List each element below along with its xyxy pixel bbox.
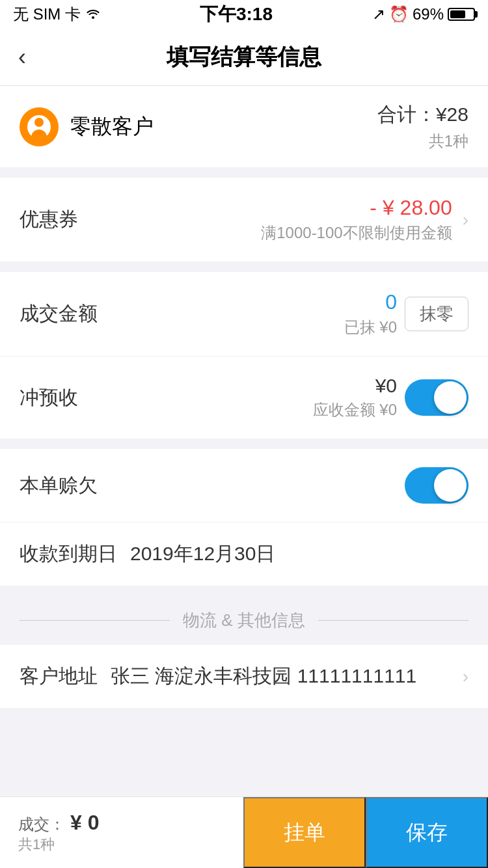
avatar-icon — [27, 115, 51, 139]
transaction-sub: 已抹 ¥0 — [344, 317, 397, 338]
coupon-value-block: - ¥ 28.00 满1000-100不限制使用金额 — [261, 196, 452, 243]
address-label: 客户地址 — [20, 663, 98, 690]
prepay-label: 冲预收 — [20, 385, 78, 411]
customer-name: 零散客户 — [70, 113, 154, 141]
bottom-bar: 成交： ¥ 0 共1种 挂单 保存 — [0, 796, 488, 868]
address-row[interactable]: 客户地址 张三 海淀永丰科技园 11111111111 › — [0, 645, 488, 708]
avatar — [20, 107, 59, 146]
battery-percent: 69% — [413, 5, 444, 23]
bottom-summary-label: 成交： — [18, 814, 65, 835]
bottom-summary-amount: ¥ 0 — [70, 811, 99, 835]
coupon-section[interactable]: 优惠券 - ¥ 28.00 满1000-100不限制使用金额 › — [0, 178, 488, 262]
page-title: 填写结算等信息 — [167, 42, 321, 72]
back-button[interactable]: ‹ — [18, 44, 26, 71]
nav-bar: ‹ 填写结算等信息 — [0, 29, 488, 86]
customer-left: 零散客户 — [20, 107, 154, 146]
address-chevron-icon: › — [463, 666, 468, 687]
total-count: 共1种 — [377, 131, 468, 152]
coupon-right: - ¥ 28.00 满1000-100不限制使用金额 › — [261, 196, 468, 243]
status-left: 无 SIM 卡 — [13, 4, 100, 25]
customer-row: 零散客户 合计：¥28 共1种 — [0, 86, 488, 167]
transaction-value-block: 0 已抹 ¥0 — [344, 290, 397, 338]
transaction-row: 成交金额 0 已抹 ¥0 抹零 — [0, 272, 488, 356]
location-icon: ↗ — [372, 5, 385, 23]
round-zero-button[interactable]: 抹零 — [405, 297, 468, 331]
address-section[interactable]: 客户地址 张三 海淀永丰科技园 11111111111 › — [0, 645, 488, 708]
coupon-row[interactable]: 优惠券 - ¥ 28.00 满1000-100不限制使用金额 › — [0, 178, 488, 262]
credit-toggle[interactable] — [405, 467, 468, 504]
coupon-sub: 满1000-100不限制使用金额 — [261, 223, 452, 243]
transaction-value: 0 — [344, 290, 397, 314]
due-date-row: 收款到期日 2019年12月30日 — [0, 522, 488, 586]
toggle-knob — [434, 381, 467, 414]
due-date-label: 收款到期日 — [20, 541, 117, 567]
prepay-sub: 应收金额 ¥0 — [313, 400, 397, 420]
alarm-icon: ⏰ — [389, 5, 409, 23]
prepay-value-block: ¥0 应收金额 ¥0 — [313, 375, 397, 420]
prepay-toggle[interactable] — [405, 379, 468, 416]
transaction-label: 成交金额 — [20, 301, 98, 327]
wifi-icon — [86, 6, 100, 23]
content: 零散客户 合计：¥28 共1种 优惠券 - ¥ 28.00 满1000-100不… — [0, 86, 488, 796]
transaction-section: 成交金额 0 已抹 ¥0 抹零 冲预收 ¥0 应收金额 ¥0 — [0, 272, 488, 439]
status-right: ↗ ⏰ 69% — [372, 5, 475, 23]
credit-section: 本单赊欠 收款到期日 2019年12月30日 — [0, 449, 488, 586]
credit-label: 本单赊欠 — [20, 472, 98, 499]
status-time: 下午3:18 — [200, 2, 273, 27]
status-bar: 无 SIM 卡 下午3:18 ↗ ⏰ 69% — [0, 0, 488, 29]
battery-icon — [448, 8, 475, 21]
coupon-value: - ¥ 28.00 — [261, 196, 452, 220]
customer-summary: 合计：¥28 共1种 — [377, 102, 468, 152]
bottom-summary-count: 共1种 — [18, 835, 225, 854]
credit-row: 本单赊欠 — [0, 449, 488, 522]
logistics-label: 物流 & 其他信息 — [183, 609, 305, 632]
transaction-right: 0 已抹 ¥0 抹零 — [344, 290, 468, 338]
credit-right — [405, 467, 468, 504]
credit-toggle-knob — [434, 469, 467, 502]
save-button[interactable]: 保存 — [366, 797, 488, 868]
prepay-right: ¥0 应收金额 ¥0 — [313, 375, 468, 420]
customer-section: 零散客户 合计：¥28 共1种 — [0, 86, 488, 167]
coupon-chevron-icon: › — [463, 210, 468, 230]
coupon-label: 优惠券 — [20, 206, 78, 233]
address-value: 张三 海淀永丰科技园 11111111111 — [111, 663, 447, 690]
prepay-value: ¥0 — [313, 375, 397, 397]
sim-label: 无 SIM 卡 — [13, 4, 81, 25]
total-amount: 合计：¥28 — [377, 102, 468, 128]
bottom-summary: 成交： ¥ 0 共1种 — [0, 797, 243, 868]
prepay-row: 冲预收 ¥0 应收金额 ¥0 — [0, 356, 488, 439]
hold-button[interactable]: 挂单 — [243, 797, 366, 868]
divider-line-right — [318, 620, 468, 621]
due-date-value[interactable]: 2019年12月30日 — [130, 541, 275, 567]
divider-line-left — [20, 620, 170, 621]
logistics-divider: 物流 & 其他信息 — [0, 596, 488, 645]
